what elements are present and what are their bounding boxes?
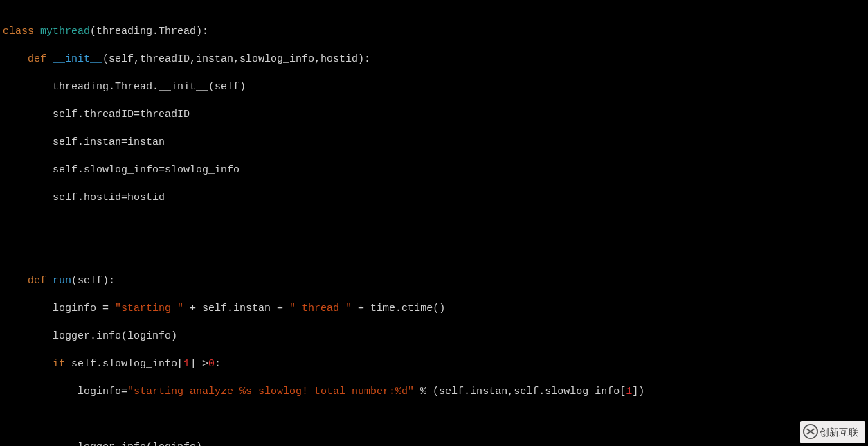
code-line: loginfo="starting analyze %s slowlog! to… <box>3 385 865 399</box>
keyword-def: def <box>3 275 53 287</box>
number-literal: 1 <box>183 358 190 370</box>
watermark-badge: 创新互联 <box>800 421 865 443</box>
func-name: __init__ <box>53 53 102 65</box>
number-literal: 1 <box>626 386 632 398</box>
code-line: self.instan=instan <box>3 136 865 150</box>
class-name: mythread <box>40 26 90 37</box>
code-line: def run(self): <box>3 274 865 288</box>
code-line: logger.info(loginfo) <box>3 440 865 446</box>
code-line: class mythread(threading.Thread): <box>3 25 865 39</box>
blank-line <box>3 413 865 427</box>
string-literal: "starting " <box>115 303 183 314</box>
code-line: self.slowlog_info=slowlog_info <box>3 163 865 177</box>
code-line: logger.info(loginfo) <box>3 330 865 344</box>
code-line: threading.Thread.__init__(self) <box>3 80 865 94</box>
keyword-class: class <box>3 26 40 37</box>
code-editor[interactable]: class mythread(threading.Thread): def __… <box>0 0 868 446</box>
watermark-logo-icon <box>803 424 818 439</box>
keyword-def: def <box>3 53 53 65</box>
code-line: if self.slowlog_info[1] >0: <box>3 357 865 371</box>
string-literal: " thread " <box>289 303 352 314</box>
blank-line <box>3 219 865 233</box>
keyword-if: if <box>3 358 71 370</box>
watermark-text: 创新互联 <box>820 425 858 439</box>
number-literal: 0 <box>208 358 215 370</box>
code-line: self.threadID=threadID <box>3 108 865 122</box>
code-line: loginfo = "starting " + self.instan + " … <box>3 302 865 316</box>
string-literal: "starting analyze %s slowlog! total_numb… <box>127 386 414 398</box>
code-line: def __init__(self,threadID,instan,slowlo… <box>3 53 865 66</box>
blank-line <box>3 247 865 260</box>
code-line: self.hostid=hostid <box>3 191 865 205</box>
func-name: run <box>53 275 71 287</box>
